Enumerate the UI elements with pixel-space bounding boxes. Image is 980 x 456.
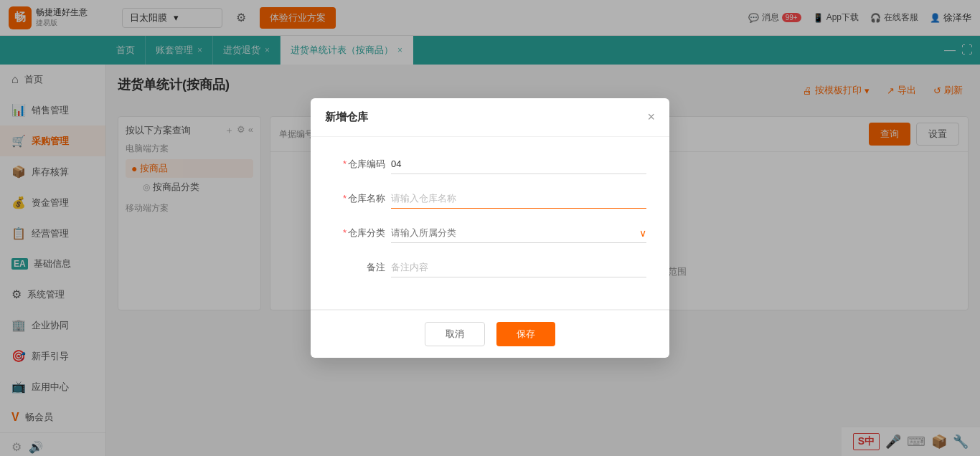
warehouse-name-input[interactable] xyxy=(391,189,646,209)
warehouse-category-row: *仓库分类 ∨ xyxy=(334,223,646,243)
warehouse-category-wrap: ∨ xyxy=(391,223,646,243)
modal-footer: 取消 保存 xyxy=(311,310,669,358)
modal-header: 新增仓库 × xyxy=(311,98,669,137)
warehouse-code-label: *仓库编码 xyxy=(334,158,391,171)
add-warehouse-modal: 新增仓库 × *仓库编码 *仓库名称 *仓库分类 xyxy=(311,98,669,358)
required-star: * xyxy=(343,158,347,169)
warehouse-note-label: 备注 xyxy=(334,261,391,274)
warehouse-category-label: *仓库分类 xyxy=(334,227,391,239)
required-star-cat: * xyxy=(343,227,347,238)
warehouse-code-row: *仓库编码 xyxy=(334,154,646,174)
warehouse-note-row: 备注 xyxy=(334,257,646,277)
warehouse-name-label: *仓库名称 xyxy=(334,192,391,205)
warehouse-code-input[interactable] xyxy=(391,154,646,174)
warehouse-category-input[interactable] xyxy=(391,223,646,243)
modal-overlay[interactable]: 新增仓库 × *仓库编码 *仓库名称 *仓库分类 xyxy=(0,0,980,456)
modal-body: *仓库编码 *仓库名称 *仓库分类 ∨ xyxy=(311,137,669,309)
modal-close-button[interactable]: × xyxy=(647,110,655,125)
modal-title: 新增仓库 xyxy=(325,110,368,124)
save-button[interactable]: 保存 xyxy=(496,322,555,346)
required-star-name: * xyxy=(343,193,347,204)
warehouse-note-input[interactable] xyxy=(391,257,646,277)
cancel-button[interactable]: 取消 xyxy=(425,322,485,346)
warehouse-name-row: *仓库名称 xyxy=(334,189,646,209)
